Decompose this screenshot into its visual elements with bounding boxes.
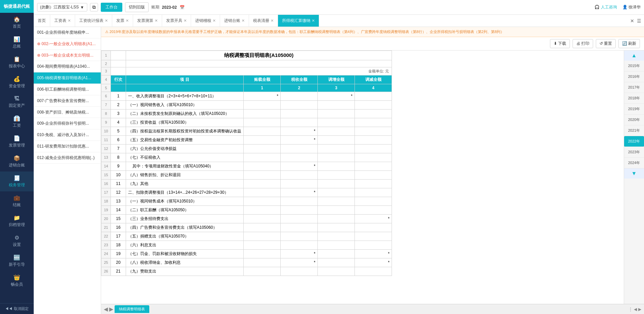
tab-close-check[interactable]: ✕ xyxy=(213,19,216,23)
app-logo: 畅捷通易代账 xyxy=(0,0,34,13)
tab-salary[interactable]: 工资表 ✕ xyxy=(50,15,75,27)
tab-close-salary-stats[interactable]: ✕ xyxy=(105,19,108,23)
left-item-012[interactable]: 012-减免企业所得税优惠明细(..) xyxy=(34,152,101,164)
tab-home[interactable]: 首页 xyxy=(34,15,50,27)
tab-close-purchases-ledger[interactable]: ✕ xyxy=(242,19,245,23)
tab-check[interactable]: 进销稽核 ✕ xyxy=(191,15,220,27)
col-num-1: 1 xyxy=(244,84,281,92)
topbar-right: 🎧 人工咨询 👤 徐泽华 xyxy=(594,4,641,10)
tab-invoice-issue[interactable]: 发票开具 ✕ xyxy=(162,15,191,27)
col-header-increase: 调增全额 xyxy=(318,75,355,84)
year-2022[interactable]: 2022年 xyxy=(624,136,644,147)
calendar-icon[interactable]: 📅 xyxy=(180,5,185,10)
year-2023[interactable]: 2023年 xyxy=(624,147,644,158)
sidebar-item-home[interactable]: 🏠 首页 xyxy=(0,13,34,33)
bottom-tab-adjust[interactable]: 纳税调整明细表 xyxy=(115,305,149,313)
sidebar-item-archive[interactable]: 📁 归档管理 xyxy=(0,211,34,231)
left-item-004[interactable]: 004-期间费用明细表(A1040... xyxy=(34,61,101,72)
table-row: 19 14 （二）职工薪酬（填写A105050） xyxy=(101,206,392,214)
col-header-item: 项 目 xyxy=(126,75,244,84)
bottom-nav-left[interactable]: ◀ xyxy=(104,306,108,312)
table-row: 12 7 （六）公允价值变动净损益 xyxy=(101,144,392,153)
sidebar-item-reports[interactable]: 📋 报表中心 xyxy=(0,53,34,72)
sidebar-item-vip[interactable]: 👑 畅会员 xyxy=(0,271,34,291)
tab-close-invoice-issue[interactable]: ✕ xyxy=(184,19,187,23)
unpin-button[interactable]: ◀◀ 取消固定 xyxy=(0,303,34,314)
year-2021[interactable]: 2021年 xyxy=(624,125,644,136)
sidebar-item-assets[interactable]: 🏗 固定资产 xyxy=(0,92,34,112)
tab-salary-stats[interactable]: 工资统计报表 ✕ xyxy=(75,15,112,27)
copy-icon-button[interactable]: ⧉ xyxy=(90,3,98,11)
sidebar-item-settings[interactable]: ⚙ 设置 xyxy=(0,231,34,251)
left-item-005[interactable]: 005-纳税调整项目明细表(A1... xyxy=(34,72,101,84)
tab-invoice[interactable]: 发票 ✕ xyxy=(112,15,133,27)
tab-close-all-icon[interactable]: ✕ xyxy=(630,18,634,24)
tab-purchases-ledger[interactable]: 进销台账 ✕ xyxy=(220,15,249,27)
bottom-scroll-left[interactable]: ◀ xyxy=(634,307,637,312)
year-2024[interactable]: 2024年 xyxy=(624,158,644,168)
col-num-3: 3 xyxy=(318,84,355,92)
left-item-003[interactable]: ⊗ 003-一般企业成本支出明细... xyxy=(34,50,101,61)
left-item-007[interactable]: 007-广告费和业务宣传费附... xyxy=(34,95,101,107)
col-num-4: 4 xyxy=(355,84,392,92)
year-scroll-down[interactable]: ▼ xyxy=(624,168,644,179)
left-panel: 001-企业所得税年度纳税申... ⊗ 002-一般企业收入明细表(A1... … xyxy=(34,27,101,314)
tab-tax-settlement[interactable]: 所得税汇算缴纳 ✕ xyxy=(278,15,319,27)
sidebar-item-ledger[interactable]: 📊 总账 xyxy=(0,33,34,53)
tab-close-tax-settlement[interactable]: ✕ xyxy=(312,19,315,23)
funds-icon: 💰 xyxy=(13,76,20,82)
year-2018[interactable]: 2018年 xyxy=(624,93,644,104)
purchases-icon: 📦 xyxy=(13,155,20,161)
bottom-nav-right[interactable]: ▶ xyxy=(109,306,113,312)
tab-close-invoice-calc[interactable]: ✕ xyxy=(155,19,158,23)
print-button[interactable]: 🖨 打印 xyxy=(573,39,593,48)
tab-invoice-calc[interactable]: 发票测算 ✕ xyxy=(133,15,162,27)
download-button[interactable]: ⬇ 下载 xyxy=(550,39,570,48)
table-row: 11 6 （五）交易性金融资产初始投资调整 * xyxy=(101,135,392,144)
tab-close-salary[interactable]: ✕ xyxy=(68,19,71,23)
year-2017[interactable]: 2017年 xyxy=(624,82,644,93)
refresh-button[interactable]: 🔄 刷新 xyxy=(618,39,640,48)
tab-close-tax-sheet[interactable]: ✕ xyxy=(271,19,274,23)
left-item-001[interactable]: 001-企业所得税年度纳税申... xyxy=(34,27,101,38)
reset-icon: ↺ xyxy=(600,41,603,46)
sidebar-item-invoice[interactable]: 📄 发票管理 xyxy=(0,132,34,152)
sidebar-item-salary[interactable]: 👔 工资 xyxy=(0,112,34,132)
guide-icon: 🆕 xyxy=(13,254,20,261)
tab-tax-sheet[interactable]: 税表清册 ✕ xyxy=(249,15,278,27)
sidebar-item-close[interactable]: 💼 结账 xyxy=(0,191,34,211)
year-2015[interactable]: 2015年 xyxy=(624,61,644,71)
sidebar-item-purchases[interactable]: 📦 进销台账 xyxy=(0,152,34,171)
left-item-010[interactable]: 010-免税、减计收入及加计... xyxy=(34,129,101,141)
sidebar-item-funds[interactable]: 💰 资金管理 xyxy=(0,72,34,92)
old-version-button[interactable]: 切到旧版 xyxy=(125,2,149,12)
main-area: (勿删）江西股宝-LSS ▼ ⧉ 工作台 切到旧版 账期 2023-02 📅 🎧… xyxy=(34,0,644,314)
year-2016[interactable]: 2016年 xyxy=(624,71,644,82)
sidebar: 畅捷通易代账 🏠 首页 📊 总账 📋 报表中心 💰 资金管理 🏗 固定资产 👔 … xyxy=(0,0,34,314)
company-selector[interactable]: (勿删）江西股宝-LSS ▼ xyxy=(37,3,87,11)
sidebar-item-tax[interactable]: 🧾 税务管理 xyxy=(0,171,34,191)
left-item-009[interactable]: 009-企业所得税弥补亏损明... xyxy=(34,118,101,129)
user-menu[interactable]: 👤 徐泽华 xyxy=(622,4,641,10)
left-item-011[interactable]: 011-研发费用加计扣除优惠... xyxy=(34,141,101,152)
year-2020[interactable]: 2020年 xyxy=(624,115,644,125)
bottom-scroll-right[interactable]: ▶ xyxy=(638,307,641,312)
table-header-row: 4 行次 项 目 账载全额 税收全额 调增全额 调减全额 xyxy=(101,75,392,84)
tab-menu-icon[interactable]: ☰ xyxy=(637,18,641,24)
service-link[interactable]: 🎧 人工咨询 xyxy=(594,4,617,10)
left-item-006[interactable]: 006-职工薪酬纳税调整明细... xyxy=(34,84,101,95)
bottom-context-icon[interactable]: ⋮ xyxy=(628,307,633,312)
sidebar-item-guide[interactable]: 🆕 新手引导 xyxy=(0,251,34,271)
year-2019[interactable]: 2019年 xyxy=(624,104,644,115)
table-row: 2 xyxy=(101,60,392,67)
headset-icon: 🎧 xyxy=(594,5,600,9)
bottom-tabbar: ◀ ▶ 纳税调整明细表 ⋮ ◀ ▶ xyxy=(101,304,644,314)
year-scroll-up[interactable]: ▲ xyxy=(624,51,644,61)
reset-button[interactable]: ↺ 重置 xyxy=(596,39,616,48)
dropdown-icon: ▼ xyxy=(80,5,84,10)
workbench-button[interactable]: 工作台 xyxy=(101,3,122,12)
left-item-002[interactable]: ⊗ 002-一般企业收入明细表(A1... xyxy=(34,38,101,50)
spreadsheet-wrapper[interactable]: 1 纳税调整项目明细表(A105000) 2 3 xyxy=(101,51,624,304)
left-item-008[interactable]: 008-资产折旧、摊销及纳税... xyxy=(34,107,101,118)
tab-close-invoice[interactable]: ✕ xyxy=(126,19,129,23)
